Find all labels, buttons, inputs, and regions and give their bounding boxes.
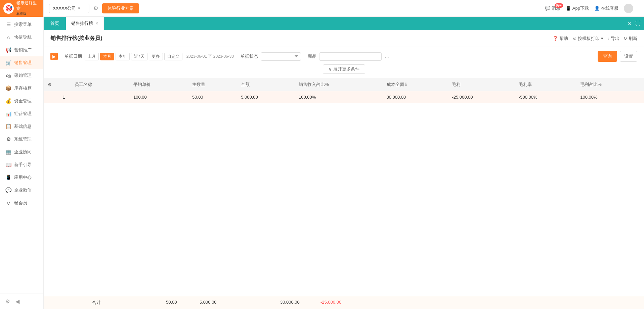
refresh-button[interactable]: ↻ 刷新 [624, 36, 637, 42]
app-name: 畅康通好生意 [16, 1, 40, 11]
row-amount: 5,000.00 [237, 91, 295, 103]
sidebar-item-enterprise[interactable]: 🏢 企业协同 [0, 146, 43, 158]
online-service-label: 在线客服 [601, 5, 618, 11]
tab-sales-ranking[interactable]: 销售排行榜 × [66, 17, 104, 30]
col-rank [57, 78, 71, 91]
tab-close-icon[interactable]: × [96, 21, 98, 26]
footer-cells: 合计 50.00 5,000.00 30,000.00 -25,000.00 [48, 300, 640, 306]
avatar[interactable] [624, 4, 633, 13]
row-profit-rate: -500.00% [515, 91, 576, 103]
date-btn-thismonth[interactable]: 本月 [100, 53, 114, 60]
status-filter-label: 单据状态 [241, 53, 258, 59]
filter-status: 单据状态 [241, 52, 301, 61]
status-select[interactable] [261, 52, 301, 61]
col-sales-pct: 销售收入占比% [295, 78, 383, 91]
tab-home[interactable]: 首页 [44, 17, 66, 30]
date-buttons: 上月 本月 本年 近7天 更多 自定义 [85, 53, 182, 60]
expand-chevron-icon: ∨ [329, 67, 332, 72]
date-btn-custom[interactable]: 自定义 [164, 53, 182, 60]
sidebar-item-marketing[interactable]: 📢 营销推广 [0, 44, 43, 56]
marketing-icon: 📢 [5, 47, 11, 53]
sidebar-item-system[interactable]: ⚙ 系统管理 [0, 133, 43, 146]
message-btn[interactable]: 💬 消息 99+ [545, 5, 560, 11]
appstore-icon: 📱 [5, 174, 11, 181]
sidebar-item-label: 新手引导 [14, 162, 32, 168]
sidebar-item-label: 基础信息 [14, 123, 32, 130]
refresh-icon: ↻ [624, 36, 627, 41]
sidebar-item-label: 企业微信 [14, 187, 32, 193]
system-icon: ⚙ [5, 136, 11, 142]
settings-footer-icon[interactable]: ⚙ [5, 298, 10, 305]
topbar-settings-icon[interactable]: ⚙ [93, 5, 98, 11]
export-button[interactable]: ↓ 导出 [607, 36, 620, 42]
row-cost: 30,000.00 [383, 91, 448, 103]
sidebar-item-inventory[interactable]: 📦 库存核算 [0, 82, 43, 95]
main-content: XXXXX公司 ▾ ⚙ 体验行业方案 💬 消息 99+ 📱 App下载 👤 在线… [44, 0, 644, 309]
app-sub: 标准版 [16, 11, 40, 16]
sidebar-item-finance[interactable]: 💰 资金管理 [0, 95, 43, 107]
search-menu-icon: ☰ [5, 21, 11, 28]
date-btn-thisyear[interactable]: 本年 [116, 53, 130, 60]
filter-row: ▶ 单据日期 上月 本月 本年 近7天 更多 自定义 2023-06-01 至 … [50, 51, 637, 62]
date-btn-7days[interactable]: 近7天 [131, 53, 147, 60]
row-profit-pct: 100.00% [576, 91, 644, 103]
trial-button[interactable]: 体验行业方案 [102, 3, 139, 13]
col-employee: 员工名称 [71, 78, 129, 91]
company-selector[interactable]: XXXXX公司 ▾ [49, 4, 89, 13]
col-profit-pct: 毛利占比% [576, 78, 644, 91]
inventory-icon: 📦 [5, 85, 11, 91]
sidebar-item-quicknav[interactable]: ⌂ 快捷导航 [0, 31, 43, 44]
sidebar-item-wechat[interactable]: 💬 企业微信 [0, 184, 43, 197]
message-badge: 99+ [555, 3, 563, 8]
table-footer: 合计 50.00 5,000.00 30,000.00 -25,000.00 [44, 296, 644, 309]
filter-toggle-btn[interactable]: ▶ [50, 53, 58, 60]
goods-more-icon[interactable]: … [384, 53, 390, 59]
collapse-icon[interactable]: ◀ [15, 298, 19, 305]
app-download-btn[interactable]: 📱 App下载 [566, 5, 589, 11]
query-button[interactable]: 查询 [598, 51, 617, 62]
goods-input[interactable] [319, 52, 382, 61]
sidebar-item-basics[interactable]: 📋 基础信息 [0, 120, 43, 133]
print-icon: 🖨 [572, 36, 576, 41]
sidebar-logo: 🎯 畅康通好生意 标准版 [0, 0, 43, 17]
tab-close-window-icon[interactable]: ✕ [628, 20, 632, 27]
export-label: 导出 [611, 36, 619, 42]
sidebar-item-appstore[interactable]: 📱 应用中心 [0, 171, 43, 184]
sidebar-item-label: 销售管理 [14, 60, 32, 66]
finance-icon: 💰 [5, 98, 11, 104]
expand-button[interactable]: ∨ 展开更多条件 [323, 64, 365, 74]
col-profit-rate: 毛利率 [515, 78, 576, 91]
guide-icon: 📖 [5, 162, 11, 168]
help-button[interactable]: ❓ 帮助 [553, 36, 568, 42]
sidebar-item-member[interactable]: V 畅会员 [0, 197, 43, 209]
company-name: XXXXX公司 [53, 5, 76, 11]
col-cost: 成本全额 ℹ [383, 78, 448, 91]
settings-button[interactable]: 设置 [620, 51, 637, 62]
purchase-icon: 🛍 [5, 73, 11, 79]
help-label: 帮助 [559, 36, 568, 42]
company-dropdown-icon: ▾ [78, 6, 80, 11]
date-btn-more[interactable]: 更多 [149, 53, 163, 60]
data-table: ⚙ 员工名称 平均单价 主数量 全额 销售收入占比% 成本全额 ℹ 毛利 毛利率… [44, 78, 644, 103]
footer-avg-price [128, 300, 162, 306]
sidebar-item-guide[interactable]: 📖 新手引导 [0, 158, 43, 171]
col-settings[interactable]: ⚙ [44, 78, 57, 91]
sidebar-item-label: 快捷导航 [14, 34, 32, 40]
date-filter-label: 单据日期 [65, 53, 82, 59]
sidebar-item-purchase[interactable]: 🛍 采购管理 [0, 69, 43, 82]
sidebar-item-search[interactable]: ☰ 搜索菜单 [0, 18, 43, 31]
filter-date: 单据日期 上月 本月 本年 近7天 更多 自定义 2023-06-01 至 20… [65, 53, 234, 60]
table-row: 1 100.00 50.00 5,000.00 100.00% 30,000.0… [44, 91, 644, 103]
tabbar-right: ✕ ⛶ [628, 20, 644, 27]
date-btn-lastmonth[interactable]: 上月 [85, 53, 99, 60]
footer-profit-rate [357, 300, 397, 306]
service-icon: 👤 [594, 6, 600, 11]
sidebar-item-sales[interactable]: 🛒 销售管理 [0, 56, 43, 69]
sidebar-item-label: 资金管理 [14, 98, 32, 104]
print-button[interactable]: 🖨 按模板打印 ▾ [572, 36, 603, 42]
tab-fullscreen-icon[interactable]: ⛶ [635, 20, 641, 27]
table-header-row: ⚙ 员工名称 平均单价 主数量 全额 销售收入占比% 成本全额 ℹ 毛利 毛利率… [44, 78, 644, 91]
online-service-btn[interactable]: 👤 在线客服 [594, 5, 618, 11]
sidebar-item-operations[interactable]: 📊 经营管理 [0, 107, 43, 120]
table-container: ⚙ 员工名称 平均单价 主数量 全额 销售收入占比% 成本全额 ℹ 毛利 毛利率… [44, 78, 644, 296]
